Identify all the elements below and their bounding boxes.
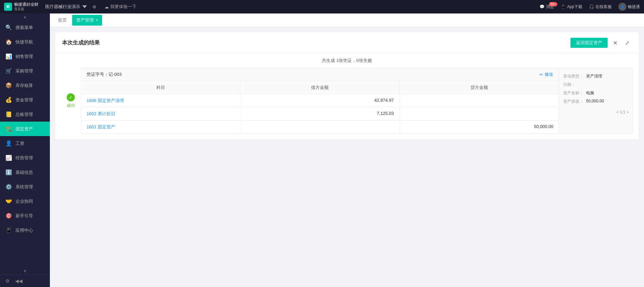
result-panel: 本次生成的结果 返回固定资产 ✕ ⤢ 共生成 1张凭证，0张失败 ✓	[55, 32, 639, 139]
chevron-down-icon	[82, 4, 87, 9]
change-type-value: 资产清理	[586, 73, 602, 79]
base-info-icon: ℹ️	[5, 169, 12, 176]
table-header: 科目 借方金额 贷方金额	[81, 81, 559, 94]
summary-text: 共生成 1张凭证，0张失败	[322, 58, 372, 63]
experience-button[interactable]: ☁ 我要体验一下	[104, 4, 136, 10]
content-area: 首页 资产管理 × 本次生成的结果 返回固定资产 ✕ ⤢	[50, 13, 644, 287]
credit-cell-3: 50,000.00	[400, 121, 559, 133]
sidebar-item-operations[interactable]: 📈 经营管理	[0, 151, 50, 165]
table-row: 1606 固定资产清理 42,874.97	[81, 94, 559, 107]
sidebar-item-payroll[interactable]: 👤 工资	[0, 136, 50, 151]
success-icon: ✓	[67, 93, 75, 101]
tab-home[interactable]: 首页	[55, 17, 69, 23]
logo-icon: 财	[4, 3, 12, 11]
sidebar-item-app-center[interactable]: 📱 应用中心	[0, 223, 50, 237]
col-debit: 借方金额	[240, 81, 399, 94]
logo-title: 畅捷通好业财	[14, 2, 38, 7]
fixed-assets-icon: 🏗️	[5, 126, 12, 132]
finance-icon: 💰	[5, 97, 12, 103]
scroll-up-button[interactable]: ▲	[0, 13, 50, 20]
status-text: 成功	[67, 103, 75, 108]
date-label: 日期：	[563, 82, 575, 88]
sidebar-item-search[interactable]: 🔍 搜索菜单	[0, 20, 50, 35]
asset-name-value: 电脑	[586, 90, 594, 96]
pagination[interactable]: < 1/1 >	[563, 110, 629, 115]
col-subject: 科目	[81, 81, 240, 94]
sidebar-item-enterprise[interactable]: 🤝 企业协同	[0, 194, 50, 209]
avatar: 👤	[618, 3, 626, 11]
ledger-icon: 📒	[5, 111, 12, 118]
sidebar-settings-icon[interactable]: ⚙	[5, 278, 10, 284]
company-name: 医疗器械行业演示	[45, 4, 80, 10]
asset-name-row: 资产名称： 电脑	[563, 89, 629, 97]
sidebar-item-ledger[interactable]: 📒 总账管理	[0, 107, 50, 122]
debit-cell-3	[240, 121, 399, 133]
sales-icon: 📊	[5, 53, 12, 60]
settings-icon[interactable]: ⚙	[90, 2, 99, 11]
sidebar-item-quick-nav[interactable]: 🏠 快捷导航	[0, 35, 50, 49]
enterprise-icon: 🤝	[5, 198, 12, 204]
sidebar-scroll: 🔍 搜索菜单 🏠 快捷导航 📊 销售管理 🛒 采购管理 📦 库存核算 💰	[0, 20, 50, 268]
notifications-badge: 99+	[549, 2, 557, 6]
sidebar-item-system[interactable]: ⚙️ 系统管理	[0, 180, 50, 194]
tab-close-button[interactable]: ×	[96, 18, 98, 22]
top-bar-right: 💬 消息 99+ 📱 App下载 🎧 在线客服 👤 畅捷通	[540, 3, 640, 11]
asset-value-label: 资产原值：	[563, 99, 583, 104]
sidebar-collapse-icon[interactable]: ◀◀	[15, 278, 23, 284]
top-bar: 财 畅捷通好业财 普及版 医疗器械行业演示 ⚙ ☁ 我要体验一下 💬 消息 99…	[0, 0, 644, 13]
asset-value-value: 50,000.00	[586, 99, 604, 104]
edit-button[interactable]: ✏ 修改	[540, 71, 553, 77]
sidebar-item-purchase[interactable]: 🛒 采购管理	[0, 64, 50, 78]
change-type-row: 变动类型： 资产清理	[563, 72, 629, 81]
subject-cell-2[interactable]: 1602 累计折旧	[81, 107, 240, 120]
detail-panel: 变动类型： 资产清理 日期： 资产名称： 电脑 资产原值：	[559, 68, 633, 134]
payroll-icon: 👤	[5, 140, 12, 147]
close-icon[interactable]: ✕	[610, 38, 620, 47]
expand-icon[interactable]: ⤢	[622, 38, 632, 47]
app-logo: 财 畅捷通好业财 普及版	[4, 2, 38, 11]
page-title: 本次生成的结果	[62, 39, 100, 46]
app-download-button[interactable]: 📱 App下载	[561, 4, 582, 10]
edit-icon: ✏	[540, 72, 543, 77]
operations-icon: 📈	[5, 155, 12, 161]
sidebar-item-base-info[interactable]: ℹ️ 基础信息	[0, 165, 50, 180]
subject-cell-1[interactable]: 1606 固定资产清理	[81, 94, 240, 107]
app-center-icon: 📱	[5, 227, 12, 233]
purchase-icon: 🛒	[5, 68, 12, 74]
sidebar-item-sales[interactable]: 📊 销售管理	[0, 49, 50, 64]
online-service-button[interactable]: 🎧 在线客服	[589, 4, 612, 10]
sidebar-item-finance[interactable]: 💰 资金管理	[0, 93, 50, 107]
voucher-container: ✓ 成功 凭证字号：记-003 ✏ 修改	[55, 68, 639, 139]
result-header: 本次生成的结果 返回固定资产 ✕ ⤢	[55, 32, 639, 54]
search-icon: 🔍	[5, 24, 12, 31]
summary-bar: 共生成 1张凭证，0张失败	[55, 54, 639, 68]
tab-bar: 首页 资产管理 ×	[50, 13, 644, 27]
company-selector[interactable]: 医疗器械行业演示	[45, 4, 87, 10]
col-credit: 贷方金额	[400, 81, 559, 94]
asset-value-row: 资产原值： 50,000.00	[563, 97, 629, 106]
sidebar-footer: ⚙ ◀◀	[0, 275, 50, 287]
date-row: 日期：	[563, 81, 629, 89]
status-column: ✓ 成功	[61, 68, 81, 134]
guide-icon: 🎯	[5, 213, 12, 219]
system-icon: ⚙️	[5, 184, 12, 190]
table-row: 1601 固定资产 50,000.00	[81, 121, 559, 133]
credit-cell-1	[400, 94, 559, 107]
table-row: 1602 累计折旧 7,125.03	[81, 107, 559, 121]
sidebar-item-inventory[interactable]: 📦 库存核算	[0, 78, 50, 93]
debit-cell-2: 7,125.03	[240, 107, 399, 120]
sidebar-item-guide[interactable]: 🎯 新手引导	[0, 209, 50, 223]
notifications-button[interactable]: 💬 消息 99+	[540, 4, 554, 10]
home-icon: 🏠	[5, 39, 12, 45]
user-profile[interactable]: 👤 畅捷通	[618, 3, 640, 11]
scroll-down-button[interactable]: ▼	[0, 268, 50, 275]
inventory-icon: 📦	[5, 82, 12, 89]
sidebar-item-fixed-assets[interactable]: 🏗️ 固定资产	[0, 122, 50, 136]
sidebar: ▲ 🔍 搜索菜单 🏠 快捷导航 📊 销售管理 🛒 采购管理 📦 库存核算	[0, 13, 50, 287]
subject-cell-3[interactable]: 1601 固定资产	[81, 121, 240, 133]
debit-cell-1: 42,874.97	[240, 94, 399, 107]
voucher-table: 凭证字号：记-003 ✏ 修改 科目 借方金额 贷方金额	[81, 68, 559, 134]
credit-cell-2	[400, 107, 559, 120]
return-button[interactable]: 返回固定资产	[571, 38, 608, 48]
tab-asset-management[interactable]: 资产管理 ×	[72, 15, 102, 26]
